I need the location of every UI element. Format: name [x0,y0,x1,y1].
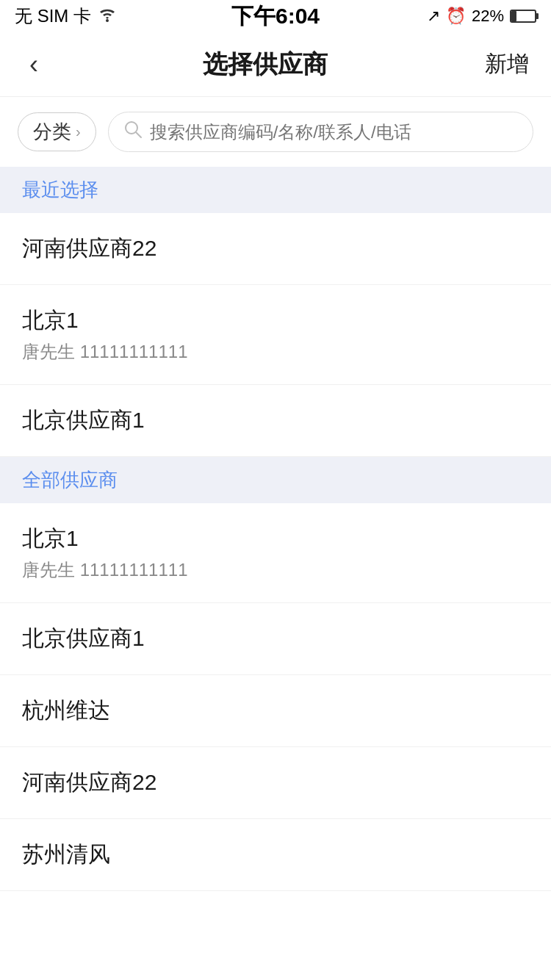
search-bar [108,112,533,152]
list-item[interactable]: 杭州维达 [0,675,551,747]
supplier-name: 河南供应商22 [22,768,529,798]
alarm-icon: ⏰ [446,7,466,26]
all-section-header: 全部供应商 [0,457,551,503]
back-button[interactable]: ‹ [22,42,46,87]
supplier-contact: 唐先生 11111111111 [22,558,529,582]
supplier-name: 北京供应商1 [22,406,529,436]
supplier-name: 北京1 [22,306,529,336]
category-button[interactable]: 分类 › [18,112,96,151]
category-label: 分类 [33,119,71,145]
supplier-contact: 唐先生 11111111111 [22,340,529,364]
location-icon: ↗ [427,7,440,26]
status-left: 无 SIM 卡 [15,4,118,28]
supplier-name: 北京1 [22,524,529,554]
all-items-list: 北京1唐先生 11111111111北京供应商1杭州维达河南供应商22苏州清风 [0,503,551,891]
list-item[interactable]: 河南供应商22 [0,213,551,285]
supplier-name: 杭州维达 [22,696,529,726]
list-item[interactable]: 北京1唐先生 11111111111 [0,503,551,603]
supplier-name: 河南供应商22 [22,234,529,264]
list-item[interactable]: 北京供应商1 [0,603,551,675]
status-bar: 无 SIM 卡 下午6:04 ↗ ⏰ 22% [0,0,551,32]
recent-items-list: 河南供应商22北京1唐先生 11111111111北京供应商1 [0,213,551,457]
svg-point-0 [106,19,109,22]
recent-section-label: 最近选择 [22,179,98,201]
search-icon [123,120,143,144]
recent-section-header: 最近选择 [0,167,551,213]
no-sim-text: 无 SIM 卡 [15,4,91,28]
battery-icon [510,10,536,23]
supplier-name: 北京供应商1 [22,624,529,654]
list-item[interactable]: 北京1唐先生 11111111111 [0,285,551,385]
nav-bar: ‹ 选择供应商 新增 [0,32,551,97]
list-item[interactable]: 北京供应商1 [0,385,551,457]
search-input[interactable] [150,122,518,143]
chevron-right-icon: › [76,123,81,140]
filter-bar: 分类 › [0,97,551,167]
list-item[interactable]: 河南供应商22 [0,747,551,819]
all-section-label: 全部供应商 [22,469,118,491]
add-button[interactable]: 新增 [485,49,529,79]
status-time: 下午6:04 [231,1,320,32]
page-title: 选择供应商 [203,48,328,82]
status-right: ↗ ⏰ 22% [427,7,536,26]
svg-line-2 [136,132,141,137]
wifi-icon [97,6,118,26]
list-item[interactable]: 苏州清风 [0,819,551,891]
battery-text: 22% [472,7,504,26]
supplier-name: 苏州清风 [22,840,529,870]
